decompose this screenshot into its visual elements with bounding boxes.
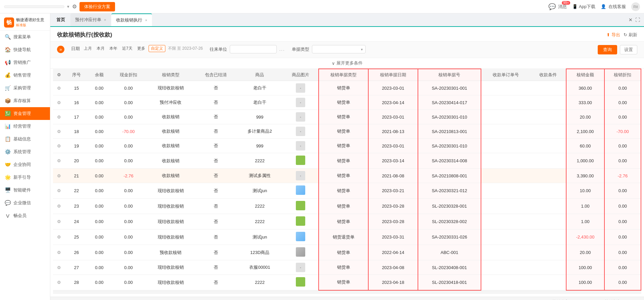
filter-collapse-btn[interactable]: » [57,46,64,53]
row-settings[interactable]: ⚙ [53,183,65,199]
purchase-icon: 🛒 [5,85,11,91]
sidebar-item-member[interactable]: V 畅会员 [0,209,50,222]
row-doc-no[interactable]: SA-20230301-010 [418,110,481,124]
settings-icon[interactable]: ⚙ [72,3,77,10]
date-last-month[interactable]: 上月 [83,45,93,52]
settings-btn[interactable]: 设置 [620,45,637,54]
row-amount: 1,000.00 [566,153,604,169]
date-custom[interactable]: 自定义 [149,45,165,52]
sidebar-item-label-wechat: 企业微信 [13,200,31,206]
footer-amount-label: 核销金额 [552,299,570,300]
date-this-year[interactable]: 本年 [108,45,119,52]
service-btn[interactable]: 👤 在线客服 [601,4,626,10]
type-select[interactable] [312,45,366,53]
row-settings[interactable]: ⚙ [53,245,65,260]
row-settings[interactable]: ⚙ [53,81,65,95]
tab-receive[interactable]: 收款核销执行 × [111,13,152,26]
date-7days[interactable]: 近7天 [121,45,134,52]
sidebar-item-search[interactable]: 🔍 搜索菜单 [0,31,50,43]
table-row: ⚙ 20 0.00 0.00 收款核销 否 2222 销货单 2023-03-1… [53,153,641,169]
user-avatar[interactable]: Rit [631,2,640,11]
row-doc-no[interactable]: ABC-001 [418,245,481,260]
row-doc-type: 销货单 [319,81,368,95]
sidebar-item-system[interactable]: ⚙️ 系统管理 [0,145,50,158]
row-doc-no[interactable]: SA-20230331-026 [418,229,481,245]
message-btn[interactable]: 💬 99+ 消息 [548,3,567,10]
sidebar-item-quicknav[interactable]: 🏠 快捷导航 [0,43,50,56]
sidebar-item-sales[interactable]: 💰 销售管理 [0,69,50,82]
row-doc-no[interactable]: SA-20230321-012 [418,183,481,199]
export-btn[interactable]: ⬆ 导出 [606,32,620,38]
sidebar-item-operations[interactable]: 📊 经营管理 [0,120,50,133]
row-doc-no[interactable]: SA-20230414-017 [418,95,481,110]
sidebar-item-marketing[interactable]: 📢 营销推广 [0,56,50,69]
row-settings[interactable]: ⚙ [53,199,65,214]
row-settings[interactable]: ⚙ [53,275,65,290]
sidebar-item-wechat[interactable]: 💬 企业微信 [0,197,50,209]
row-goods: 测试jun [237,183,282,199]
sidebar-item-finance[interactable]: 💹 资金管理 [0,107,50,120]
row-settings[interactable]: ⚙ [53,169,65,183]
top-search-box[interactable] [4,5,64,8]
row-settings[interactable]: ⚙ [53,229,65,245]
sidebar-item-label-basic: 基础信息 [13,136,31,142]
row-no: 23 [65,199,88,214]
row-settings[interactable]: ⚙ [53,124,65,139]
row-included: 否 [195,95,237,110]
row-doc-no[interactable]: SA-20210808-001 [418,169,481,183]
row-doc-date: 2023-04-14 [368,95,418,110]
tab-home[interactable]: 首页 [52,13,70,26]
row-settings[interactable]: ⚙ [53,139,65,153]
row-receipt-no [481,124,530,139]
tab-close-all-icon[interactable]: ✕ [629,17,633,23]
search-dropdown-icon[interactable]: ▾ [67,4,69,9]
row-doc-no[interactable]: SL-20230328-001 [418,199,481,214]
sidebar-item-purchase[interactable]: 🛒 采购管理 [0,82,50,94]
date-more[interactable]: 更多 [136,45,147,52]
sidebar-item-guide[interactable]: 🌟 新手引导 [0,171,50,184]
expand-more-btn[interactable]: ∨ 展开更多条件 [332,60,363,66]
row-balance: 0.00 [88,275,111,290]
row-settings[interactable]: ⚙ [53,110,65,124]
row-goods-img [283,275,319,290]
row-goods-img: ▪ [283,110,319,124]
sidebar-item-collab[interactable]: 🤝 企业协同 [0,158,50,171]
query-btn[interactable]: 查询 [598,45,617,54]
row-included: 否 [195,229,237,245]
row-cash-discount: 0.00 [111,199,146,214]
tab-receive-close[interactable]: × [145,18,147,22]
tab-fullscreen-icon[interactable]: ⛶ [635,17,640,23]
industry-btn[interactable]: 体验行业方案 [79,2,115,11]
row-type: 现结收款核销 [146,229,195,245]
row-doc-no[interactable]: SA-20230301-010 [418,139,481,153]
row-included: 否 [195,81,237,95]
scrollbar[interactable] [53,291,641,294]
row-settings[interactable]: ⚙ [53,95,65,110]
row-doc-no[interactable]: SA-20230314-008 [418,153,481,169]
partner-input[interactable] [230,45,277,53]
row-doc-no[interactable]: SL-20230328-002 [418,214,481,229]
row-doc-no[interactable]: SA-20210813-001 [418,124,481,139]
member-icon: V [5,213,11,219]
sidebar-item-label-sales: 销售管理 [13,72,31,78]
sidebar-item-label-purchase: 采购管理 [13,85,31,91]
sidebar-item-basic[interactable]: 📋 基础信息 [0,133,50,145]
refresh-btn[interactable]: ↻ 刷新 [624,32,637,38]
table-row: ⚙ 21 0.00 -2.76 收款核销 否 测试多属性 ▪ 销货单 2021-… [53,169,641,183]
row-discount: 0.00 [604,199,641,214]
sidebar-item-hardware[interactable]: 🖥️ 智能硬件 [0,184,50,197]
row-receipt-no [481,183,530,199]
row-doc-no[interactable]: SA-20230301-001 [418,81,481,95]
row-doc-no[interactable]: SL-20230418-001 [418,275,481,290]
tab-prepay[interactable]: 预付冲应付单 × [70,13,111,26]
col-settings[interactable]: ⚙ [53,69,65,81]
tab-prepay-close[interactable]: × [104,18,106,22]
sidebar-item-inventory[interactable]: 📦 库存核算 [0,94,50,107]
app-download-btn[interactable]: 📱 App下载 [572,4,595,10]
row-doc-no[interactable]: SL-20230408-001 [418,260,481,275]
row-settings[interactable]: ⚙ [53,153,65,169]
col-amount: 核销金额 [566,69,604,81]
date-this-month[interactable]: 本月 [95,45,106,52]
row-settings[interactable]: ⚙ [53,214,65,229]
row-settings[interactable]: ⚙ [53,260,65,275]
